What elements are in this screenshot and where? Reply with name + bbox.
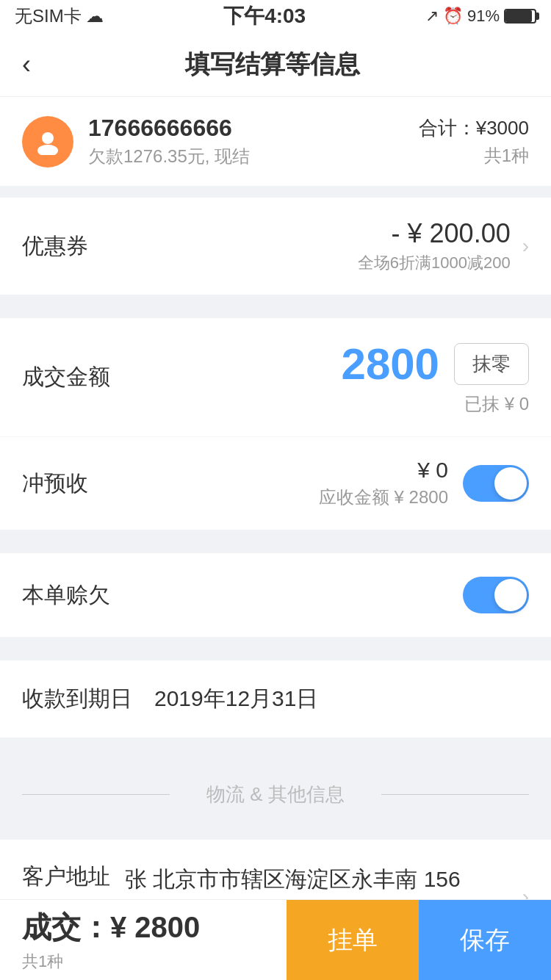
prepay-sub: 应收金额 ¥ 2800 [319,486,448,509]
avatar [22,116,73,167]
coupon-label: 优惠券 [22,231,88,262]
prepay-info: ¥ 0 应收金额 ¥ 2800 [319,458,448,509]
section-divider-3 [0,649,551,660]
address-label: 客户地址 [22,862,110,892]
total-label: 合计：¥3000 [419,115,529,141]
svg-point-1 [37,145,58,155]
customer-info: 17666666666 欠款1276.35元, 现结 [88,115,250,168]
hang-order-button[interactable]: 挂单 [287,900,419,981]
section-divider-2 [0,541,551,553]
customer-row: 17666666666 欠款1276.35元, 现结 合计：¥3000 共1种 [0,97,551,186]
credit-toggle-knob [494,579,527,611]
status-right: ↗ ⏰ 91% [425,7,536,26]
deal-amount-row: 成交金额 2800 抹零 已抹 ¥ 0 [0,318,551,437]
nav-bar: ‹ 填写结算等信息 [0,32,551,97]
page-title: 填写结算等信息 [46,48,500,82]
toggle-knob [494,467,527,500]
deal-amount-value: 2800 [342,339,439,389]
coupon-chevron-icon: › [522,234,529,258]
credit-toggle[interactable] [463,577,529,613]
customer-phone: 17666666666 [88,115,250,142]
battery-percent: 91% [467,7,500,26]
customer-sub: 欠款1276.35元, 现结 [88,145,250,168]
due-date-label: 收款到期日 [22,684,132,714]
status-bar: 无SIM卡 ☁ 下午4:03 ↗ ⏰ 91% [0,0,551,32]
due-date-row: 收款到期日 2019年12月31日 [0,660,551,738]
customer-total: 合计：¥3000 共1种 [419,115,529,167]
location-icon: ↗ [425,7,439,26]
status-time: 下午4:03 [223,2,306,30]
save-button[interactable]: 保存 [419,900,551,981]
due-date-value: 2019年12月31日 [154,684,318,714]
logistics-text: 物流 & 其他信息 [206,782,345,807]
bottom-deal: 成交：¥ 2800 [22,907,264,948]
logistics-divider: 物流 & 其他信息 [0,761,551,828]
prepay-toggle[interactable] [463,465,529,502]
prepay-row: 冲预收 ¥ 0 应收金额 ¥ 2800 [0,437,551,530]
sim-status: 无SIM卡 ☁ [15,4,104,28]
coupon-right: - ¥ 200.00 全场6折满1000减200 [358,218,511,274]
svg-point-0 [42,132,54,144]
credit-label: 本单赊欠 [22,580,110,610]
coupon-desc: 全场6折满1000减200 [358,252,511,274]
status-left: 无SIM卡 ☁ [15,4,104,28]
logistics-line-right [381,794,529,795]
credit-row: 本单赊欠 [0,553,551,637]
prepay-label: 冲预收 [22,469,88,499]
bottom-summary: 成交：¥ 2800 共1种 [0,907,287,973]
bottom-deal-label: 成交： [22,911,110,943]
total-count: 共1种 [419,144,529,167]
bottom-deal-amount: ¥ 2800 [110,911,200,943]
bottom-bar: 成交：¥ 2800 共1种 挂单 保存 [0,899,551,980]
deal-sub: 已抹 ¥ 0 [464,392,529,416]
alarm-icon: ⏰ [443,7,463,26]
main-content: 17666666666 欠款1276.35元, 现结 合计：¥3000 共1种 … [0,97,551,980]
round-button[interactable]: 抹零 [454,343,529,385]
coupon-amount: - ¥ 200.00 [358,218,511,249]
logistics-line-left [22,794,170,795]
coupon-row[interactable]: 优惠券 - ¥ 200.00 全场6折满1000减200 › [0,198,551,295]
battery-icon [504,9,536,24]
bottom-count: 共1种 [22,951,264,973]
deal-amount-label: 成交金额 [22,362,110,392]
back-button[interactable]: ‹ [22,49,31,80]
deal-section: 成交金额 2800 抹零 已抹 ¥ 0 冲预收 ¥ 0 应收金额 ¥ 2800 [0,318,551,530]
prepay-amount: ¥ 0 [319,458,448,483]
section-divider-4 [0,749,551,761]
section-divider-1 [0,306,551,318]
